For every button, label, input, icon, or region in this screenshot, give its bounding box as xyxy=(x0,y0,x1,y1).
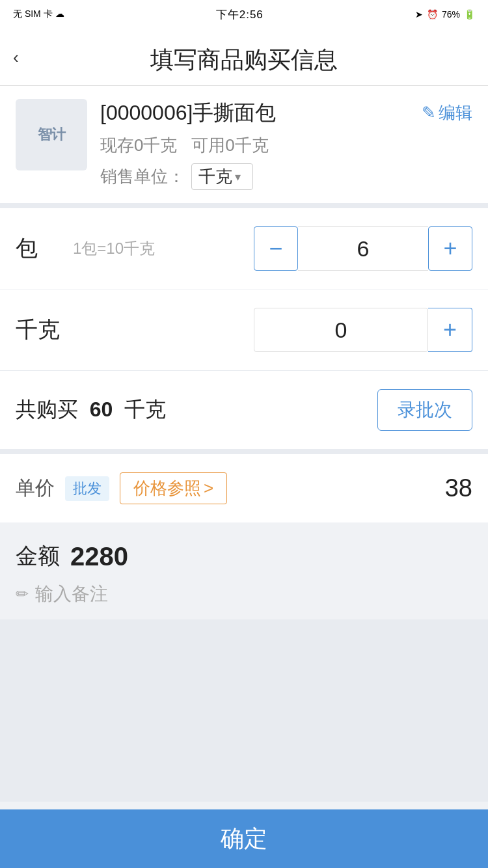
price-ref-label: 价格参照 xyxy=(133,477,201,500)
status-right: ➤ ⏰ 76% 🔋 xyxy=(415,9,475,20)
product-card: 智计 [0000006]手撕面包 现存0千克 可用0千克 销售单位： 千克 ▾ … xyxy=(0,86,488,208)
alarm-icon: ⏰ xyxy=(427,9,438,20)
price-section: 单价 批发 价格参照 > 38 xyxy=(0,454,488,523)
unit-select[interactable]: 千克 ▾ xyxy=(191,163,253,190)
total-text: 共购买 60 千克 xyxy=(16,396,166,424)
product-info: [0000006]手撕面包 现存0千克 可用0千克 销售单位： 千克 ▾ xyxy=(100,99,472,190)
price-label: 单价 xyxy=(16,475,55,502)
status-carrier: 无 SIM 卡 ☁ xyxy=(13,8,64,20)
confirm-bar[interactable]: 确定 xyxy=(0,809,488,868)
battery-icon: 🔋 xyxy=(464,9,475,20)
product-name: [0000006]手撕面包 xyxy=(100,99,472,128)
qty-minus-button[interactable]: − xyxy=(254,226,298,271)
amount-row: 金额 2280 xyxy=(16,541,472,571)
qty-control-kg: + xyxy=(254,308,472,352)
nav-bar: ‹ 填写商品购买信息 xyxy=(0,29,488,86)
empty-area xyxy=(0,619,488,802)
batch-tag: 批发 xyxy=(65,476,109,501)
amount-section: 金额 2280 ✏ 输入备注 xyxy=(0,523,488,619)
quantity-section: 包 1包=10千克 − + 千克 + xyxy=(0,208,488,371)
battery-text: 76% xyxy=(442,9,460,20)
edit-button[interactable]: ✎ 编辑 xyxy=(422,102,472,124)
price-ref-button[interactable]: 价格参照 > xyxy=(120,472,227,504)
qty-input-bao[interactable] xyxy=(298,226,428,271)
status-time: 下午2:56 xyxy=(216,7,264,22)
edit-icon: ✎ xyxy=(422,103,436,123)
qty-input-kg[interactable] xyxy=(254,308,428,352)
price-value: 38 xyxy=(445,474,472,502)
page-title: 填写商品购买信息 xyxy=(150,44,338,76)
qty-label-bao: 包 xyxy=(16,234,68,264)
confirm-button[interactable]: 确定 xyxy=(221,823,267,855)
qty-plus-button-kg[interactable]: + xyxy=(428,308,472,352)
owl-logo: 智计 xyxy=(38,125,65,144)
qty-control-bao: − + xyxy=(254,226,472,271)
pencil-icon: ✏ xyxy=(16,585,29,603)
qty-row-kg: 千克 + xyxy=(0,290,488,370)
status-bar: 无 SIM 卡 ☁ 下午2:56 ➤ ⏰ 76% 🔋 xyxy=(0,0,488,29)
dropdown-arrow-icon: ▾ xyxy=(235,170,241,184)
product-stock: 现存0千克 可用0千克 xyxy=(100,134,472,157)
note-placeholder: 输入备注 xyxy=(35,582,108,606)
qty-row-bao: 包 1包=10千克 − + xyxy=(0,208,488,290)
note-row[interactable]: ✏ 输入备注 xyxy=(16,582,472,606)
qty-label-kg: 千克 xyxy=(16,315,68,345)
amount-value: 2280 xyxy=(70,542,128,571)
location-icon: ➤ xyxy=(415,9,423,20)
amount-label: 金额 xyxy=(16,541,60,571)
back-button[interactable]: ‹ xyxy=(13,47,19,67)
qty-sublabel-bao: 1包=10千克 xyxy=(73,238,254,259)
batch-button[interactable]: 录批次 xyxy=(377,389,472,431)
qty-plus-button-bao[interactable]: + xyxy=(428,226,472,271)
product-unit-row: 销售单位： 千克 ▾ xyxy=(100,163,472,190)
total-section: 共购买 60 千克 录批次 xyxy=(0,371,488,454)
product-thumbnail: 智计 xyxy=(16,99,87,170)
price-ref-arrow-icon: > xyxy=(204,478,213,498)
